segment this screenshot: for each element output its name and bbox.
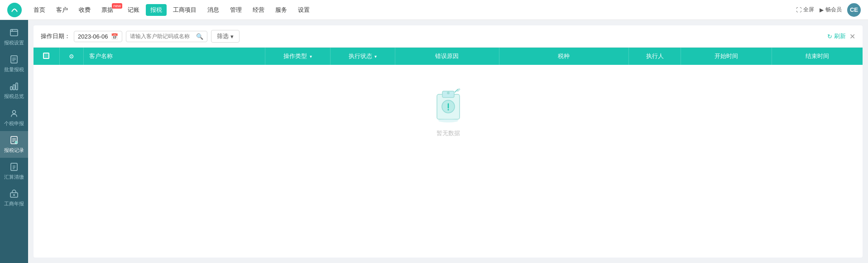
sort-icon-status: ▾ (374, 54, 377, 59)
sidebar-item-annual-report[interactable]: 工商年报 (0, 185, 28, 211)
refresh-icon: ↻ (827, 33, 832, 40)
annual-report-icon (10, 189, 19, 200)
member-btn[interactable]: ▶ 畅会员 (820, 6, 842, 14)
th-start-time: 开始时间 (681, 48, 772, 65)
sidebar-item-batch-tax[interactable]: 批量报税 (0, 50, 28, 77)
th-error-reason: 错误原因 (395, 48, 499, 65)
svg-rect-10 (16, 83, 18, 90)
empty-state: 暂无数据 (34, 65, 863, 156)
svg-point-33 (438, 119, 458, 122)
date-filter-label: 操作日期： (41, 32, 70, 40)
svg-rect-1 (10, 29, 18, 36)
search-wrapper: 🔍 (126, 31, 207, 42)
annual-settlement-icon (10, 162, 19, 173)
nav-items: 首页 客户 收费 票据 new 记账 报税 工商项目 消息 管理 经营 服务 设… (29, 4, 796, 16)
th-end-time: 结束时间 (772, 48, 863, 65)
filter-bar: 操作日期： 2023-06-06 📅 🔍 筛选 ▾ ↻ 刷新 ✕ (34, 25, 863, 48)
member-icon: ▶ (820, 7, 824, 13)
member-label: 畅会员 (825, 6, 842, 14)
content-area: 操作日期： 2023-06-06 📅 🔍 筛选 ▾ ↻ 刷新 ✕ (28, 20, 868, 263)
svg-rect-8 (10, 87, 12, 90)
sidebar-label-tax-record: 报税记录 (4, 147, 24, 153)
th-tax-type: 税种 (499, 48, 629, 65)
chevron-down-icon: ▾ (230, 33, 234, 40)
nav-tax[interactable]: 报税 (146, 4, 167, 16)
date-value: 2023-06-06 (78, 33, 108, 40)
table-wrapper: ⚙ 客户名称 操作类型 ▾ 执行状态 ▾ 错误原因 税种 执行人 开始时间 结束… (34, 48, 863, 258)
main-layout: 报税设置 批量报税 报税总览 (0, 20, 868, 263)
nav-operation[interactable]: 经营 (248, 4, 269, 16)
refresh-button[interactable]: ↻ 刷新 (827, 32, 846, 40)
batch-tax-icon (10, 55, 19, 65)
tax-record-icon (10, 136, 19, 146)
sidebar-item-tax-record[interactable]: 报税记录 (0, 131, 28, 158)
sidebar-label-annual-report: 工商年报 (4, 201, 24, 207)
nav-manage[interactable]: 管理 (225, 4, 246, 16)
sidebar-item-tax-overview[interactable]: 报税总览 (0, 77, 28, 104)
sidebar-label-tax-overview: 报税总览 (4, 93, 24, 99)
th-executor: 执行人 (629, 48, 681, 65)
svg-point-30 (447, 109, 449, 111)
search-icon: 🔍 (196, 33, 203, 40)
date-picker[interactable]: 2023-06-06 📅 (74, 31, 122, 42)
app-logo[interactable] (7, 3, 22, 17)
sort-icon-operation: ▾ (310, 54, 312, 59)
sidebar-item-individual-tax[interactable]: 个税申报 (0, 104, 28, 131)
new-badge: new (112, 3, 122, 9)
svg-point-27 (447, 92, 450, 94)
nav-fee[interactable]: 收费 (74, 4, 95, 16)
individual-tax-icon (10, 109, 19, 119)
svg-point-24 (14, 195, 15, 196)
th-customer-name: 客户名称 (83, 48, 265, 65)
empty-illustration (428, 83, 469, 124)
nav-message[interactable]: 消息 (203, 4, 224, 16)
nav-service[interactable]: 服务 (271, 4, 292, 16)
fullscreen-btn[interactable]: ⛶ 全屏 (796, 6, 814, 14)
nav-business[interactable]: 工商项目 (168, 4, 201, 16)
svg-point-11 (13, 110, 16, 113)
tax-settings-icon (10, 28, 19, 39)
th-checkbox[interactable] (34, 48, 59, 65)
nav-settings[interactable]: 设置 (293, 4, 314, 16)
filter-button[interactable]: 筛选 ▾ (211, 30, 240, 43)
top-nav: 首页 客户 收费 票据 new 记账 报税 工商项目 消息 管理 经营 服务 设… (0, 0, 868, 20)
calendar-icon: 📅 (111, 33, 118, 40)
sidebar-label-annual-settlement: 汇算清缴 (4, 174, 24, 180)
th-operation-type[interactable]: 操作类型 ▾ (265, 48, 330, 65)
fullscreen-icon: ⛶ (796, 7, 801, 13)
empty-text: 暂无数据 (436, 129, 460, 137)
sidebar-item-annual-settlement[interactable]: 汇算清缴 (0, 158, 28, 185)
svg-point-0 (7, 3, 22, 17)
sidebar-label-individual-tax: 个税申报 (4, 121, 24, 127)
th-settings[interactable]: ⚙ (59, 48, 83, 65)
nav-accounting[interactable]: 记账 (123, 4, 144, 16)
th-exec-status[interactable]: 执行状态 ▾ (330, 48, 395, 65)
records-table: ⚙ 客户名称 操作类型 ▾ 执行状态 ▾ 错误原因 税种 执行人 开始时间 结束… (34, 48, 863, 156)
sidebar: 报税设置 批量报税 报税总览 (0, 20, 28, 263)
fullscreen-label: 全屏 (803, 6, 814, 14)
filter-label-text: 筛选 (217, 32, 229, 40)
search-input[interactable] (130, 33, 196, 39)
sidebar-label-tax-settings: 报税设置 (4, 40, 24, 46)
nav-customer[interactable]: 客户 (52, 4, 72, 16)
tax-overview-icon (10, 82, 19, 92)
close-button[interactable]: ✕ (849, 32, 855, 41)
svg-rect-19 (11, 163, 17, 170)
nav-invoice[interactable]: 票据 new (97, 4, 121, 16)
sidebar-label-batch-tax: 批量报税 (4, 67, 24, 73)
avatar[interactable]: CE (847, 3, 861, 17)
svg-rect-9 (13, 85, 15, 90)
select-all-checkbox[interactable] (43, 53, 49, 59)
top-nav-right: ⛶ 全屏 ▶ 畅会员 CE (796, 3, 861, 17)
svg-rect-23 (10, 193, 18, 197)
refresh-label: 刷新 (834, 32, 846, 40)
nav-home[interactable]: 首页 (29, 4, 50, 16)
sidebar-item-tax-settings[interactable]: 报税设置 (0, 24, 28, 50)
